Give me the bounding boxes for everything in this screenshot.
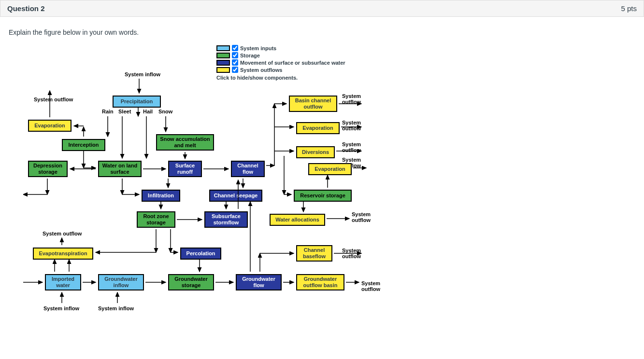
legend: System inputs Storage Movement of surfac… — [216, 45, 345, 81]
legend-item-movement: Movement of surface or subsurface water — [216, 59, 345, 66]
node-interception: Interception — [62, 139, 105, 151]
question-prompt: Explain the figure below in your own wor… — [9, 28, 635, 36]
node-infiltration: Infiltration — [142, 190, 180, 202]
label-system-inflow-2: System inflow — [43, 305, 79, 311]
legend-label: Movement of surface or subsurface water — [240, 60, 345, 66]
legend-item-outflows: System outflows — [216, 67, 345, 73]
label-rain: Rain — [102, 109, 114, 114]
label-snow: Snow — [158, 109, 172, 114]
swatch-green — [216, 53, 230, 58]
label-system-outflow-2: System outflow — [342, 120, 361, 131]
node-precipitation: Precipitation — [113, 96, 161, 108]
node-evapotranspiration: Evapotranspiration — [33, 248, 93, 260]
legend-checkbox-storage[interactable] — [232, 52, 238, 58]
node-evaporation: Evaporation — [28, 120, 72, 132]
legend-item-storage: Storage — [216, 52, 345, 58]
node-imported-water: Imported water — [45, 274, 81, 290]
question-header: Question 2 5 pts — [0, 0, 644, 17]
label-system-inflow-3: System inflow — [98, 305, 134, 311]
swatch-yellow — [216, 67, 230, 73]
node-evaporation-2: Evaporation — [296, 122, 340, 134]
node-surface-runoff: Surface runoff — [168, 161, 202, 177]
node-water-surface: Water on land surface — [98, 161, 142, 177]
swatch-blue — [216, 45, 230, 51]
question-content: Explain the figure below in your own wor… — [0, 17, 644, 336]
label-system-outflow-8: System outflow — [43, 231, 82, 236]
node-gw-outflow-basin: Groundwater outflow basin — [296, 274, 344, 290]
legend-checkbox-outflows[interactable] — [232, 67, 238, 73]
label-system-outflow-3: System outflow — [342, 141, 361, 153]
legend-label: Storage — [240, 53, 260, 58]
label-system-outflow-5: System outflow — [352, 211, 371, 223]
node-root-zone: Root zone storage — [137, 211, 175, 228]
node-reservoir-storage: Reservoir storage — [294, 190, 352, 202]
hydrologic-diagram: System inputs Storage Movement of surfac… — [23, 45, 448, 325]
node-diversions: Diversions — [296, 146, 335, 158]
legend-caption: Click to hide/show components. — [216, 75, 345, 81]
question-title: Question 2 — [7, 4, 45, 13]
node-gw-storage: Groundwater storage — [168, 274, 214, 290]
label-sleet: Sleet — [118, 109, 131, 114]
question-points: 5 pts — [621, 4, 637, 13]
legend-item-inputs: System inputs — [216, 45, 345, 51]
legend-label: System outflows — [240, 67, 282, 73]
label-hail: Hail — [143, 109, 153, 114]
node-snow-melt: Snow accumulation and melt — [156, 134, 214, 151]
node-gw-flow: Groundwater flow — [236, 274, 282, 290]
node-water-allocations: Water allocations — [270, 214, 325, 226]
label-system-outflow-1: System outflow — [342, 93, 361, 105]
legend-label: System inputs — [240, 45, 276, 51]
label-system-outflow-7: System outflow — [361, 280, 380, 292]
node-channel-flow: Channel flow — [231, 161, 265, 177]
node-gw-inflow: Groundwater inflow — [98, 274, 144, 290]
label-system-outflow-6: System outflow — [342, 248, 361, 259]
swatch-navy — [216, 60, 230, 66]
label-system-outflow: System outflow — [34, 97, 73, 102]
node-channel-seepage: Channel seepage — [209, 190, 262, 202]
node-percolation: Percolation — [180, 248, 221, 260]
node-channel-baseflow: Channel baseflow — [296, 245, 332, 262]
legend-checkbox-inputs[interactable] — [232, 45, 238, 51]
node-subsurface-stormflow: Subsurface stormflow — [204, 211, 248, 228]
legend-checkbox-movement[interactable] — [232, 59, 238, 66]
node-basin-channel-outflow: Basin channel outflow — [289, 96, 337, 112]
label-system-inflow: System inflow — [125, 71, 160, 77]
node-depression: Depression storage — [28, 161, 68, 177]
node-evaporation-3: Evaporation — [308, 163, 352, 175]
